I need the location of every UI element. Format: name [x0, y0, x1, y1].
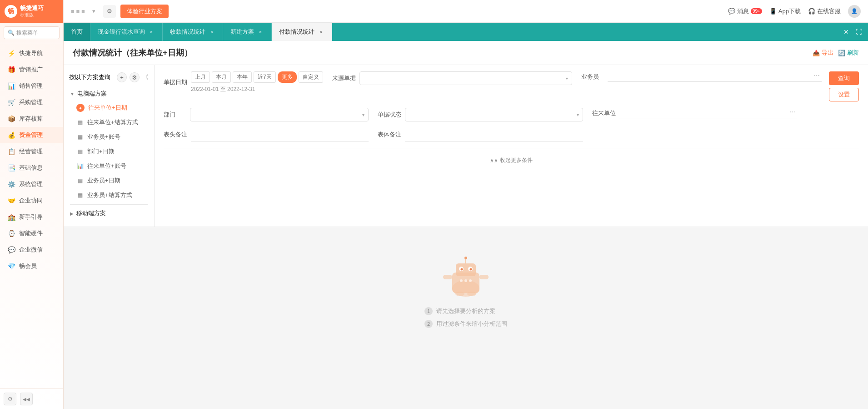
export-button[interactable]: 📤 导出: [813, 49, 833, 57]
scheme-item-icon-3: ▦: [76, 148, 84, 155]
tab-payments-label: 付款情况统计: [279, 28, 314, 36]
tab-home[interactable]: 首页: [64, 23, 90, 41]
sidebar-item-quicknav[interactable]: ⚡ 快捷导航: [0, 45, 63, 61]
tab-receipts[interactable]: 收款情况统计 ×: [163, 23, 223, 41]
scheme-item-counterpart-account[interactable]: 📊 往来单位+账号: [64, 159, 154, 173]
scheme-item-icon-6: ▦: [76, 192, 84, 199]
tab-cashflow[interactable]: 现金银行流水查询 ×: [90, 23, 163, 41]
notifications-button[interactable]: 💬 消息 99+: [728, 7, 762, 15]
tab-close-all-button[interactable]: ✕: [841, 26, 852, 37]
scheme-item-counterpart-settle[interactable]: ▦ 往来单位+结算方式: [64, 115, 154, 130]
sidebar-item-sales[interactable]: 📊 销售管理: [0, 78, 63, 94]
scheme-item-icon-4: 📊: [76, 162, 84, 170]
tab-payments[interactable]: 付款情况统计 ×: [272, 23, 332, 41]
svg-point-6: [470, 268, 472, 271]
svg-point-14: [455, 292, 464, 296]
sidebar-item-marketing[interactable]: 🎁 营销推广: [0, 61, 63, 78]
scheme-pc-section: ▼ 电脑端方案 ● 往来单位+日期 ▦ 往来单位+结算方式 ▦: [64, 85, 154, 204]
sidebar-settings-button[interactable]: ⚙: [4, 393, 16, 405]
app-download-button[interactable]: 📱 App下载: [769, 7, 801, 15]
topbar-dropdown-button[interactable]: ▾: [90, 7, 99, 16]
date-btn-this-year[interactable]: 本年: [233, 71, 252, 83]
refresh-button[interactable]: 🔄 刷新: [838, 49, 859, 57]
tab-new-scheme-close[interactable]: ×: [257, 28, 264, 35]
page-content: 付款情况统计（往来单位+日期） 📤 导出 🔄 刷新 按以下方案查询: [64, 41, 868, 409]
sidebar-item-system[interactable]: ⚙️ 系统管理: [0, 176, 63, 192]
sidebar-item-capital[interactable]: 💰 资金管理: [0, 127, 63, 143]
scheme-settings-button[interactable]: ⚙: [130, 72, 140, 82]
filter-dept-select[interactable]: ▾: [190, 108, 369, 121]
trial-button[interactable]: 体验行业方案: [120, 5, 169, 18]
scheme-item-salesperson-settle[interactable]: ▦ 业务员+结算方式: [64, 188, 154, 202]
date-btn-custom[interactable]: 自定义: [299, 71, 323, 83]
filter-header-note: 表头备注: [164, 128, 369, 141]
sidebar-collapse-button[interactable]: ◀◀: [20, 393, 33, 405]
scheme-mobile-section: ▶ 移动端方案: [64, 205, 154, 222]
member-icon: 💎: [7, 262, 15, 270]
tab-new-scheme[interactable]: 新建方案 ×: [223, 23, 272, 41]
filter-header-note-input[interactable]: [191, 128, 369, 141]
collapse-footer-icon: ◀◀: [23, 397, 30, 402]
topbar-settings-button[interactable]: ⚙: [103, 5, 116, 18]
date-btn-last-month[interactable]: 上月: [191, 71, 210, 83]
search-menu-label: 搜索菜单: [16, 29, 38, 37]
query-button[interactable]: 查询: [829, 71, 859, 85]
scheme-item-salesperson-date[interactable]: ▦ 业务员+日期: [64, 173, 154, 188]
tab-receipts-close[interactable]: ×: [208, 28, 215, 35]
scheme-add-button[interactable]: +: [117, 72, 127, 82]
filter-counterpart-dots[interactable]: ···: [788, 108, 797, 116]
app-download-label: App下载: [778, 7, 801, 15]
sidebar-item-guide[interactable]: 🏫 新手引导: [0, 209, 63, 225]
filter-source-arrow: ▾: [566, 76, 568, 81]
online-service-label: 在线客服: [817, 7, 841, 15]
sidebar-item-purchase[interactable]: 🛒 采购管理: [0, 94, 63, 111]
scheme-item-salesperson-account-label: 业务员+账号: [87, 133, 120, 141]
tab-fullscreen-button[interactable]: ⛶: [853, 26, 864, 37]
filter-salesperson-dots[interactable]: ···: [812, 71, 822, 80]
scheme-mobile-header[interactable]: ▶ 移动端方案: [64, 207, 154, 220]
collapse-button[interactable]: ∧∧ 收起更多条件: [490, 154, 533, 167]
sidebar-item-basic[interactable]: 📑 基础信息: [0, 160, 63, 176]
user-avatar[interactable]: 👤: [848, 5, 861, 18]
svg-point-12: [464, 279, 467, 282]
sidebar-item-system-label: 系统管理: [19, 180, 43, 188]
sidebar-item-member[interactable]: 💎 畅会员: [0, 258, 63, 274]
sidebar-item-hardware[interactable]: ⌚ 智能硬件: [0, 225, 63, 242]
sidebar-item-inventory[interactable]: 📦 库存核算: [0, 111, 63, 127]
scheme-item-salesperson-account[interactable]: ▦ 业务员+账号: [64, 130, 154, 144]
scheme-pc-section-header[interactable]: ▼ 电脑端方案: [64, 87, 154, 101]
filter-body-note-input[interactable]: [405, 128, 583, 141]
export-icon: 📤: [813, 50, 820, 56]
sidebar-item-member-label: 畅会员: [19, 262, 37, 270]
sidebar-item-operation[interactable]: 📋 经营管理: [0, 143, 63, 160]
date-btn-7days[interactable]: 近7天: [254, 71, 276, 83]
filter-source-select[interactable]: ▾: [359, 71, 573, 85]
svg-rect-10: [479, 275, 489, 279]
scheme-item-dept-date[interactable]: ▦ 部门+日期: [64, 144, 154, 159]
sidebar-item-enterprise[interactable]: 🤝 企业协同: [0, 192, 63, 209]
tab-receipts-label: 收款情况统计: [170, 28, 205, 36]
search-menu-button[interactable]: 🔍 搜索菜单: [4, 26, 60, 39]
filter-date-buttons: 上月 本月 本年 近7天 更多 自定义: [191, 71, 323, 83]
tab-payments-close[interactable]: ×: [317, 28, 324, 35]
filter-bill-status-select[interactable]: ▾: [405, 108, 583, 121]
topbar: ■ ■ ■ ▾ ⚙ 体验行业方案 💬 消息 99+ 📱 App下载 🎧 在线客服: [64, 0, 868, 23]
sidebar-item-wechat[interactable]: 💬 企业微信: [0, 242, 63, 258]
logo-text-group: 畅捷通巧 标准版: [20, 5, 44, 18]
results-area: 1 请先选择要分析的方案 2 用过滤条件来缩小分析范围: [64, 227, 868, 364]
tab-cashflow-close[interactable]: ×: [148, 28, 155, 35]
scheme-item-counterpart-date[interactable]: ● 往来单位+日期: [64, 101, 154, 115]
date-btn-this-month[interactable]: 本月: [212, 71, 231, 83]
notification-badge: 99+: [751, 8, 762, 14]
filter-settings-button[interactable]: 设置: [829, 88, 859, 101]
date-range-display: 2022-01-01 至 2022-12-31: [191, 86, 323, 93]
inventory-icon: 📦: [7, 115, 15, 123]
scheme-collapse-button[interactable]: 《: [142, 73, 149, 81]
scheme-item-salesperson-settle-label: 业务员+结算方式: [87, 191, 132, 199]
empty-hint-2: 2 用过滤条件来缩小分析范围: [424, 320, 507, 328]
scheme-panel-header: 按以下方案查询 + ⚙ 《: [64, 70, 154, 85]
sidebar-footer: ⚙ ◀◀: [0, 389, 63, 409]
refresh-icon: 🔄: [838, 50, 845, 56]
online-service-button[interactable]: 🎧 在线客服: [808, 7, 841, 15]
date-btn-more[interactable]: 更多: [278, 71, 297, 83]
